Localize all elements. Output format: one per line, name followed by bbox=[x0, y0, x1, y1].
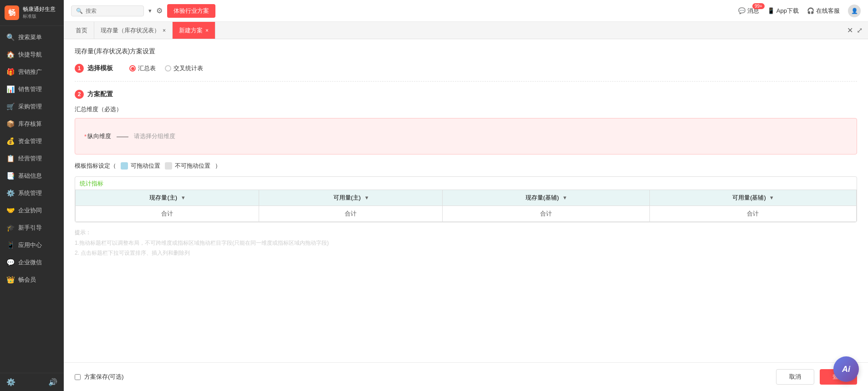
dimension-dash: —— bbox=[117, 133, 128, 140]
hint-item-1: 2. 点击标题栏下拉可设置排序、插入列和删除列 bbox=[75, 248, 857, 258]
app-name: 畅康通好生意 bbox=[23, 6, 56, 13]
sound-icon[interactable]: 🔊 bbox=[48, 378, 57, 386]
app-logo-icon: 畅 bbox=[5, 5, 19, 20]
sidebar-item-inventory[interactable]: 📦 库存核算 bbox=[0, 115, 64, 133]
save-scheme-label: 方案保存(可选) bbox=[84, 373, 124, 381]
cancel-button[interactable]: 取消 bbox=[776, 369, 814, 385]
sidebar-item-label: 快捷导航 bbox=[18, 51, 42, 59]
sidebar-nav: 🔍 搜索菜单 🏠 快捷导航 🎁 营销推广 📊 销售管理 🛒 采购管理 📦 库存核… bbox=[0, 26, 64, 373]
col-header-1[interactable]: 可用量(主) ▾ bbox=[259, 190, 443, 206]
col-header-2[interactable]: 现存量(基辅) ▾ bbox=[443, 190, 649, 206]
fixed-badge: 不可拖动位置 bbox=[165, 162, 210, 170]
section1-number: 1 bbox=[75, 64, 84, 73]
main-area: 🔍 ▾ ⚙ 体验行业方案 💬 消息 99+ 📱 App下载 🎧 在线客服 👤 bbox=[64, 0, 868, 391]
sidebar-item-appcenter[interactable]: 📱 应用中心 bbox=[0, 237, 64, 254]
content-inner: 现存量(库存状况表)方案设置 1 选择模板 汇总表 交叉统计表 bbox=[64, 39, 868, 274]
phone-icon: 📱 bbox=[767, 7, 775, 14]
search-icon: 🔍 bbox=[6, 33, 15, 41]
fixed-dot bbox=[165, 162, 172, 170]
sidebar-item-label: 基础信息 bbox=[18, 172, 42, 180]
tab-expand-icon[interactable]: ⤢ bbox=[857, 26, 863, 35]
trial-btn[interactable]: 体验行业方案 bbox=[167, 4, 215, 18]
tab-new-scheme-label: 新建方案 bbox=[179, 26, 203, 35]
message-btn[interactable]: 💬 消息 99+ bbox=[738, 7, 759, 15]
dimension-name-label: 纵向维度 bbox=[87, 132, 111, 140]
sidebar-item-sales[interactable]: 📊 销售管理 bbox=[0, 81, 64, 98]
ai-label: Ai bbox=[842, 365, 850, 374]
avatar-placeholder: 👤 bbox=[851, 8, 858, 14]
radio-summary[interactable]: 汇总表 bbox=[129, 64, 156, 72]
app-download-btn[interactable]: 📱 App下载 bbox=[767, 7, 799, 15]
message-badge: 99+ bbox=[752, 3, 765, 9]
chevron-down-icon: ▾ bbox=[148, 7, 152, 14]
col-header-0[interactable]: 现存量(主) ▾ bbox=[76, 190, 259, 206]
sidebar-item-label: 营销推广 bbox=[18, 68, 42, 76]
headset-icon: 🎧 bbox=[807, 7, 814, 14]
save-scheme-checkbox[interactable] bbox=[75, 374, 81, 380]
col-header-3[interactable]: 可用量(基辅) ▾ bbox=[649, 190, 856, 206]
movable-label: 可拖动位置 bbox=[131, 162, 160, 170]
topbar-search-box[interactable]: 🔍 bbox=[71, 5, 144, 16]
fixed-label: 不可拖动位置 bbox=[175, 162, 210, 170]
sidebar-item-search[interactable]: 🔍 搜索菜单 bbox=[0, 29, 64, 46]
sidebar-item-label: 企业协同 bbox=[18, 206, 42, 215]
sidebar-item-wechat[interactable]: 💬 企业微信 bbox=[0, 254, 64, 271]
stats-section: 统计指标 现存量(主) ▾ 可用量(主) ▾ bbox=[75, 176, 857, 222]
hint-item-0: 1.拖动标题栏可以调整布局，不可跨维度或指标区域拖动栏目字段(只能在同一维度或指… bbox=[75, 238, 857, 248]
sidebar-item-label: 企业微信 bbox=[18, 258, 42, 267]
tab-home-label: 首页 bbox=[76, 26, 87, 35]
settings-icon: ⚙️ bbox=[6, 189, 15, 197]
cell-0-1: 合计 bbox=[259, 206, 443, 222]
cell-0-0: 合计 bbox=[76, 206, 259, 222]
home-icon: 🏠 bbox=[6, 51, 15, 59]
sidebar-item-marketing[interactable]: 🎁 营销推广 bbox=[0, 63, 64, 81]
gear-icon[interactable]: ⚙️ bbox=[6, 378, 15, 386]
radio-cross[interactable]: 交叉统计表 bbox=[165, 64, 203, 72]
sidebar-item-contract[interactable]: 🤝 企业协同 bbox=[0, 202, 64, 219]
tab-new-scheme[interactable]: 新建方案 × bbox=[173, 22, 215, 39]
sidebar-item-label: 系统管理 bbox=[18, 189, 42, 197]
tab-inventory-status[interactable]: 现存量（库存状况表） × bbox=[94, 22, 173, 39]
topbar-gear-icon[interactable]: ⚙ bbox=[156, 6, 163, 15]
message-icon: 💬 bbox=[738, 7, 745, 14]
chat-icon: 💬 bbox=[6, 258, 15, 267]
sidebar-item-label: 畅会员 bbox=[18, 276, 36, 284]
gift-icon: 🎁 bbox=[6, 68, 15, 76]
user-avatar[interactable]: 👤 bbox=[848, 5, 861, 17]
tab-home[interactable]: 首页 bbox=[69, 22, 94, 39]
search-input[interactable] bbox=[86, 8, 139, 14]
dimension-area[interactable]: * 纵向维度 —— 请选择分组维度 bbox=[75, 118, 857, 154]
tab-close-all-icon[interactable]: ✕ bbox=[847, 26, 853, 35]
sidebar-item-newbie[interactable]: 🎓 新手引导 bbox=[0, 219, 64, 237]
sidebar-item-basic[interactable]: 📑 基础信息 bbox=[0, 167, 64, 185]
dimension-placeholder: 请选择分组维度 bbox=[134, 132, 175, 140]
cell-0-2: 合计 bbox=[443, 206, 649, 222]
box-icon: 📦 bbox=[6, 120, 15, 128]
sidebar-item-label: 经营管理 bbox=[18, 154, 42, 163]
hint-section: 提示： 1.拖动标题栏可以调整布局，不可跨维度或指标区域拖动栏目字段(只能在同一… bbox=[75, 229, 857, 258]
aggregate-label: 汇总维度（必选） bbox=[75, 105, 857, 113]
online-service-btn[interactable]: 🎧 在线客服 bbox=[807, 7, 840, 15]
topbar-dropdown[interactable]: ▾ bbox=[148, 7, 152, 14]
sidebar-item-purchase[interactable]: 🛒 采购管理 bbox=[0, 98, 64, 115]
tabbar-controls: ✕ ⤢ bbox=[847, 26, 863, 35]
sidebar-item-quicknav[interactable]: 🏠 快捷导航 bbox=[0, 46, 64, 63]
sidebar-item-system[interactable]: ⚙️ 系统管理 bbox=[0, 185, 64, 202]
sidebar-item-label: 资金管理 bbox=[18, 137, 42, 145]
radio-cross-label: 交叉统计表 bbox=[174, 64, 203, 72]
indicator-bracket: ） bbox=[215, 162, 221, 170]
sidebar-logo: 畅 畅康通好生意 标准版 bbox=[0, 0, 64, 26]
ai-button[interactable]: Ai bbox=[833, 356, 859, 382]
chevron-icon: ▾ bbox=[770, 194, 773, 201]
indicator-settings-row: 模板指标设定（ 可拖动位置 不可拖动位置 ） bbox=[75, 162, 857, 170]
sidebar-item-finance[interactable]: 💰 资金管理 bbox=[0, 133, 64, 150]
movable-badge: 可拖动位置 bbox=[121, 162, 160, 170]
tab-close-icon[interactable]: × bbox=[163, 27, 166, 34]
sidebar-item-member[interactable]: 👑 畅会员 bbox=[0, 271, 64, 288]
sidebar-item-operation[interactable]: 📋 经营管理 bbox=[0, 150, 64, 167]
topbar: 🔍 ▾ ⚙ 体验行业方案 💬 消息 99+ 📱 App下载 🎧 在线客服 👤 bbox=[64, 0, 868, 22]
hint-title: 提示： bbox=[75, 229, 857, 237]
content-area: 现存量(库存状况表)方案设置 1 选择模板 汇总表 交叉统计表 bbox=[64, 39, 868, 362]
footer-left: 方案保存(可选) bbox=[75, 373, 124, 381]
tab-close-icon[interactable]: × bbox=[205, 27, 209, 34]
